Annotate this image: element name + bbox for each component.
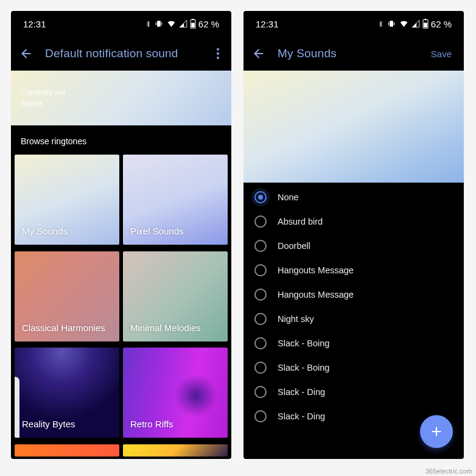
currently-set-banner: Currently set None <box>11 71 231 125</box>
ringtone-category-grid: My Sounds Pixel Sounds Classical Harmoni… <box>11 155 231 459</box>
screen-my-sounds: 12:31 62 % My Sounds Save None <box>243 11 464 459</box>
wifi-icon <box>399 19 409 28</box>
sound-option[interactable]: Hangouts Message <box>243 258 464 282</box>
section-label: Browse ringtones <box>11 125 231 155</box>
status-icons: 62 % <box>377 19 452 29</box>
sound-label: Slack - Boing <box>278 338 329 348</box>
sound-option[interactable]: Absurd bird <box>243 209 464 234</box>
sound-option[interactable]: Slack - Ding <box>243 380 464 404</box>
sound-label: Slack - Ding <box>278 411 325 421</box>
sound-option[interactable]: Slack - Boing <box>243 355 464 380</box>
sound-label: None <box>278 192 299 202</box>
svg-rect-11 <box>424 23 427 27</box>
battery-text: 62 % <box>431 19 452 29</box>
page-title: My Sounds <box>278 47 337 60</box>
page-title: Default notification sound <box>45 47 178 60</box>
radio-icon[interactable] <box>254 386 267 398</box>
radio-selected-icon[interactable] <box>254 191 267 203</box>
source-watermark: 365electric.com <box>425 467 472 475</box>
signal-icon <box>411 19 420 28</box>
currently-set-label: Currently set <box>21 88 222 97</box>
sound-option[interactable]: Doorbell <box>243 234 464 258</box>
radio-icon[interactable] <box>254 264 267 276</box>
category-tile-reality-bytes[interactable]: Reality Bytes <box>15 348 119 438</box>
sound-label: Doorbell <box>278 241 310 251</box>
sound-option[interactable]: None <box>243 185 464 209</box>
svg-rect-7 <box>388 23 389 26</box>
radio-icon[interactable] <box>254 410 267 422</box>
sound-label: Slack - Ding <box>278 387 325 397</box>
overflow-menu-icon[interactable] <box>213 44 223 63</box>
category-tile-classical-harmonies[interactable]: Classical Harmonies <box>15 251 119 341</box>
radio-icon[interactable] <box>254 240 267 252</box>
back-icon[interactable] <box>19 47 33 60</box>
radio-icon[interactable] <box>254 215 267 228</box>
save-button[interactable]: Save <box>431 49 455 59</box>
category-tile-partial[interactable] <box>15 444 119 457</box>
sound-label: Hangouts Message <box>278 265 354 275</box>
category-tile-retro-riffs[interactable]: Retro Riffs <box>123 348 228 438</box>
category-tile-my-sounds[interactable]: My Sounds <box>15 155 119 245</box>
sound-label: Absurd bird <box>278 217 323 226</box>
svg-rect-4 <box>192 19 194 20</box>
sound-option[interactable]: Night sky <box>243 307 464 331</box>
sound-label: Hangouts Message <box>278 290 354 299</box>
svg-rect-1 <box>156 23 156 26</box>
status-icons: 62 % <box>145 19 219 29</box>
vibrate-icon <box>154 19 164 28</box>
category-tile-minimal-melodies[interactable]: Minimal Melodies <box>123 251 228 341</box>
back-icon[interactable] <box>252 47 265 60</box>
status-bar: 12:31 62 % <box>243 11 464 37</box>
currently-set-value: None <box>21 98 222 108</box>
sound-option[interactable]: Hangouts Message <box>243 282 464 307</box>
status-time: 12:31 <box>256 19 279 29</box>
radio-icon[interactable] <box>254 337 267 349</box>
svg-rect-6 <box>390 21 393 26</box>
radio-icon[interactable] <box>254 362 267 374</box>
svg-rect-0 <box>157 21 161 26</box>
vibrate-icon <box>387 19 396 28</box>
svg-rect-10 <box>424 19 426 20</box>
bluetooth-icon <box>145 19 152 29</box>
sound-label: Night sky <box>278 314 314 324</box>
category-tile-pixel-sounds[interactable]: Pixel Sounds <box>123 155 228 245</box>
radio-icon[interactable] <box>254 313 267 325</box>
status-time: 12:31 <box>23 19 46 29</box>
sound-option[interactable]: Slack - Boing <box>243 331 464 355</box>
bluetooth-icon <box>377 19 384 29</box>
wifi-icon <box>166 19 177 28</box>
category-hero-image <box>243 71 464 183</box>
category-tile-partial[interactable] <box>123 444 228 457</box>
svg-rect-2 <box>161 23 162 26</box>
battery-icon <box>422 19 429 29</box>
battery-text: 62 % <box>198 19 219 29</box>
signal-icon <box>179 19 187 28</box>
status-bar: 12:31 62 % <box>11 11 231 37</box>
screen-default-notification-sound: 12:31 62 % <box>11 11 231 459</box>
svg-rect-5 <box>191 23 195 27</box>
app-bar: My Sounds Save <box>243 37 464 71</box>
app-bar: Default notification sound <box>11 37 231 71</box>
radio-icon[interactable] <box>254 289 267 301</box>
sound-label: Slack - Boing <box>278 363 329 373</box>
battery-icon <box>190 19 196 29</box>
plus-icon <box>430 425 443 438</box>
svg-rect-8 <box>394 23 394 26</box>
add-sound-fab[interactable] <box>420 415 453 448</box>
